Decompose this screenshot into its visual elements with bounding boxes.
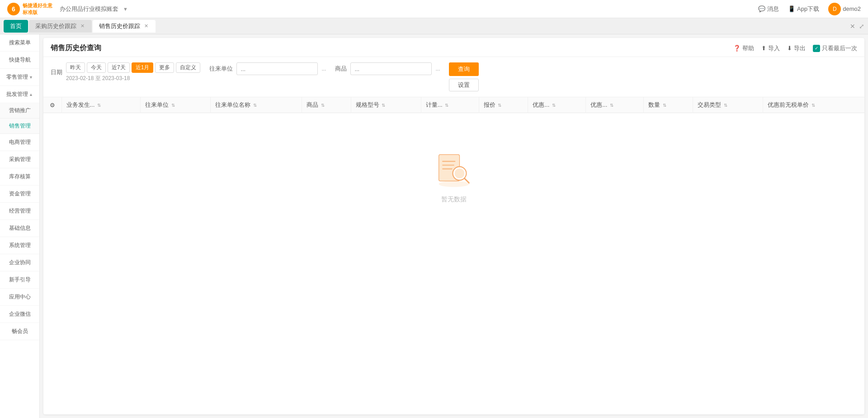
- empty-illustration: [431, 149, 476, 190]
- sidebar-item-wholesale-mgmt[interactable]: 批发管理 ▲: [0, 86, 39, 103]
- sort-icon-quantity: ⇅: [663, 103, 666, 108]
- date-btn-1month[interactable]: 近1月: [132, 62, 154, 73]
- sidebar-item-quick-nav[interactable]: 快捷导航: [0, 52, 39, 69]
- sort-icon-quote: ⇅: [498, 103, 501, 108]
- expand-icon[interactable]: ⤢: [859, 23, 864, 30]
- th-product[interactable]: 商品 ⇅: [302, 97, 351, 113]
- filter-bar: 日期 昨天 今天 近7天 近1月 更多 自定义 2023-02-18 至 202…: [43, 57, 864, 97]
- page-container: 销售历史价查询 ❓ 帮助 ⬆ 导入 ⬇ 导出 ✓: [43, 38, 864, 414]
- sidebar-item-ecommerce-mgmt[interactable]: 电商管理: [0, 134, 39, 151]
- th-partner-name[interactable]: 往来单位名称 ⇅: [211, 97, 302, 113]
- product-filter-label: 商品: [335, 65, 347, 73]
- sidebar-item-retail-mgmt[interactable]: 零售管理 ▼: [0, 69, 39, 86]
- enterprise-collab-label: 企业协同: [9, 259, 31, 266]
- date-range-text: 2023-02-18 至 2023-03-18: [66, 75, 200, 82]
- basic-info-label: 基础信息: [9, 224, 31, 232]
- sidebar: 搜索菜单 快捷导航 零售管理 ▼ 批发管理 ▲ 营销推广 销售管理 电商管理 采…: [0, 34, 40, 418]
- query-button[interactable]: 查询: [449, 62, 479, 76]
- th-pretax-price[interactable]: 优惠前无税单价 ⇅: [763, 97, 864, 113]
- date-btn-last7days[interactable]: 近7天: [108, 62, 130, 73]
- sidebar-item-enterprise-collab[interactable]: 企业协同: [0, 254, 39, 271]
- date-btn-yesterday[interactable]: 昨天: [66, 62, 85, 73]
- app-download-action[interactable]: 📱 App下载: [788, 5, 819, 13]
- page-header-actions: ❓ 帮助 ⬆ 导入 ⬇ 导出 ✓ 只看最后一次: [733, 44, 857, 52]
- sidebar-item-system-mgmt[interactable]: 系统管理: [0, 237, 39, 254]
- message-action[interactable]: 💬 消息: [758, 5, 779, 13]
- finance-mgmt-label: 资金管理: [9, 190, 31, 198]
- app-download-icon: 📱: [788, 5, 795, 12]
- product-input[interactable]: [350, 62, 432, 75]
- partner-filter-group: 往来单位 ...: [209, 62, 326, 75]
- sidebar-item-purchase-mgmt[interactable]: 采购管理: [0, 151, 39, 168]
- sidebar-item-basic-info[interactable]: 基础信息: [0, 220, 39, 237]
- sidebar-item-inventory[interactable]: 库存核算: [0, 168, 39, 185]
- th-spec[interactable]: 规格型号 ⇅: [351, 97, 421, 113]
- partner-input[interactable]: [236, 62, 318, 75]
- empty-text: 暂无数据: [441, 195, 467, 204]
- sidebar-item-finance-mgmt[interactable]: 资金管理: [0, 185, 39, 203]
- th-partner-code[interactable]: 往来单位 ⇅: [141, 97, 211, 113]
- table-wrapper: ⚙ 业务发生... ⇅ 往来单位 ⇅ 往来单位名称 ⇅: [43, 97, 864, 414]
- th-config[interactable]: ⚙: [43, 97, 61, 113]
- settings-button[interactable]: 设置: [449, 79, 479, 91]
- logo-text: 畅捷通好生意 标准版: [23, 2, 52, 15]
- export-action[interactable]: ⬇ 导出: [787, 44, 806, 52]
- header-dropdown-icon[interactable]: ▼: [123, 6, 128, 12]
- tab-home[interactable]: 首页: [4, 20, 28, 33]
- sidebar-item-member[interactable]: 畅会员: [0, 323, 39, 340]
- sidebar-item-marketing[interactable]: 营销推广: [0, 103, 39, 119]
- sort-icon-pretax-price: ⇅: [811, 103, 815, 108]
- sidebar-item-enterprise-wechat[interactable]: 企业微信: [0, 306, 39, 323]
- th-quote[interactable]: 报价 ⇅: [479, 97, 528, 113]
- tab-purchase-history[interactable]: 采购历史价跟踪 ✕: [29, 20, 92, 33]
- date-btn-more[interactable]: 更多: [155, 62, 174, 73]
- logo-area[interactable]: 6 畅捷通好生意 标准版: [7, 2, 52, 15]
- tab-sales-history[interactable]: 销售历史价跟踪 ✕: [93, 20, 156, 33]
- date-btn-today[interactable]: 今天: [87, 62, 106, 73]
- date-filter-label: 日期: [51, 68, 62, 76]
- th-unit[interactable]: 计量... ⇅: [421, 97, 479, 113]
- date-shortcuts: 昨天 今天 近7天 近1月 更多 自定义: [66, 62, 200, 73]
- partner-more-icon[interactable]: ...: [321, 66, 326, 72]
- tab-purchase-history-label: 采购历史价跟踪: [35, 22, 76, 30]
- partner-filter-label: 往来单位: [209, 65, 233, 73]
- tab-purchase-history-close[interactable]: ✕: [79, 23, 85, 29]
- page-header: 销售历史价查询 ❓ 帮助 ⬆ 导入 ⬇ 导出 ✓: [43, 38, 864, 57]
- sidebar-item-app-center[interactable]: 应用中心: [0, 289, 39, 306]
- marketing-label: 营销推广: [9, 107, 31, 114]
- message-icon: 💬: [758, 5, 765, 12]
- sidebar-item-new-user-guide[interactable]: 新手引导: [0, 271, 39, 289]
- quick-nav-label: 快捷导航: [9, 56, 31, 64]
- th-trade-type[interactable]: 交易类型 ⇅: [693, 97, 763, 113]
- ecommerce-mgmt-label: 电商管理: [9, 138, 31, 146]
- product-filter-group: 商品 ...: [335, 62, 440, 75]
- tab-sales-history-close[interactable]: ✕: [143, 23, 149, 29]
- only-last-checkbox[interactable]: ✓ 只看最后一次: [813, 44, 857, 52]
- purchase-mgmt-label: 采购管理: [9, 156, 31, 163]
- import-action[interactable]: ⬆ 导入: [761, 44, 780, 52]
- close-all-icon[interactable]: ✕: [850, 23, 855, 30]
- date-btn-custom[interactable]: 自定义: [176, 62, 200, 73]
- export-icon: ⬇: [787, 45, 792, 52]
- wholesale-mgmt-label: 批发管理: [6, 90, 28, 98]
- th-discount1[interactable]: 优惠... ⇅: [528, 97, 586, 113]
- th-quantity[interactable]: 数量 ⇅: [644, 97, 693, 113]
- avatar: D: [828, 3, 841, 15]
- page-title: 销售历史价查询: [51, 43, 101, 53]
- sidebar-item-search-menu[interactable]: 搜索菜单: [0, 34, 39, 52]
- tab-bar: 首页 采购历史价跟踪 ✕ 销售历史价跟踪 ✕ ✕ ⤢: [0, 18, 868, 34]
- date-filter-group: 日期 昨天 今天 近7天 近1月 更多 自定义 2023-02-18 至 202…: [51, 62, 200, 82]
- sidebar-item-ops-mgmt[interactable]: 经营管理: [0, 203, 39, 220]
- user-avatar-action[interactable]: D demo2: [828, 3, 861, 15]
- th-discount2[interactable]: 优惠... ⇅: [586, 97, 644, 113]
- inventory-label: 库存核算: [9, 173, 31, 180]
- sort-icon-partner-code: ⇅: [171, 103, 175, 108]
- config-icon[interactable]: ⚙: [50, 102, 55, 109]
- sidebar-item-sales-mgmt[interactable]: 销售管理: [0, 119, 39, 134]
- help-icon: ❓: [733, 45, 741, 52]
- svg-point-0: [439, 181, 469, 187]
- th-biz-date[interactable]: 业务发生... ⇅: [61, 97, 141, 113]
- product-more-icon[interactable]: ...: [435, 66, 440, 72]
- help-action[interactable]: ❓ 帮助: [733, 44, 754, 52]
- content-area: 销售历史价查询 ❓ 帮助 ⬆ 导入 ⬇ 导出 ✓: [40, 34, 868, 418]
